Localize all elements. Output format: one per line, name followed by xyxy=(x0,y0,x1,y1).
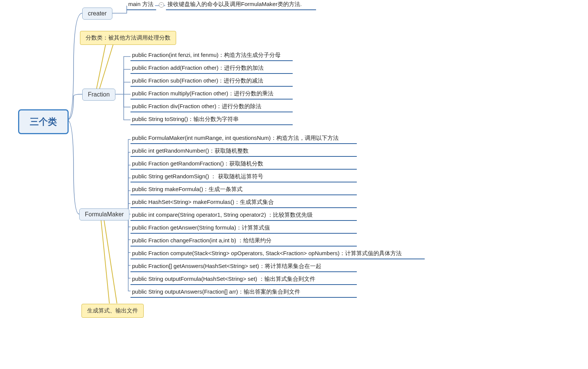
formulamaker-method[interactable]: public Fraction compute(Stack<String> op… xyxy=(130,249,425,259)
collapse-icon[interactable]: − xyxy=(159,2,164,8)
note-text: 生成算式、输出文件 xyxy=(87,307,138,314)
root-node[interactable]: 三个类 xyxy=(18,109,69,134)
formulamaker-method[interactable]: public String outputFormula(HashSet<Stri… xyxy=(130,275,357,285)
fraction-method[interactable]: public Fraction sub(Fraction other)：进行分数… xyxy=(130,77,293,87)
creater-main-desc[interactable]: 接收键盘输入的命令以及调用FormulaMaker类的方法. xyxy=(166,0,316,10)
class-label: creater xyxy=(88,10,107,17)
formulamaker-method[interactable]: public FormulaMaker(int numRange, int qu… xyxy=(130,134,357,144)
class-label: Fraction xyxy=(88,91,110,98)
formulamaker-method[interactable]: public String getRandomSign() ： 获取随机运算符号 xyxy=(130,172,357,182)
formulamaker-method[interactable]: public Fraction getAnswer(String formula… xyxy=(130,224,357,234)
formulamaker-method[interactable]: public Fraction changeFraction(int a,int… xyxy=(130,236,357,247)
root-label: 三个类 xyxy=(30,116,57,127)
class-label: FormulaMaker xyxy=(85,211,124,217)
class-node-formulamaker[interactable]: FormulaMaker xyxy=(79,208,129,220)
formulamaker-method[interactable]: public Fraction[] getAnswers(HashSet<Str… xyxy=(130,262,357,272)
formulamaker-method[interactable]: public String makeFormula()：生成一条算式 xyxy=(130,185,357,195)
note-text: 分数类：被其他方法调用处理分数 xyxy=(86,34,170,41)
formulamaker-method[interactable]: public int getRandomNumber()：获取随机整数 xyxy=(130,147,357,157)
creater-main-label[interactable]: main 方法 xyxy=(127,0,156,10)
fraction-method[interactable]: public Fraction add(Fraction other)：进行分数… xyxy=(130,64,293,74)
formulamaker-method[interactable]: public Fraction getRandomFraction()：获取随机… xyxy=(130,159,357,170)
formulamaker-method[interactable]: public HashSet<String> makeFormulas()：生成… xyxy=(130,198,357,208)
formulamaker-method[interactable]: public String outputAnswers(Fraction[] a… xyxy=(130,288,357,298)
fraction-method[interactable]: public Fraction multiply(Fraction other)… xyxy=(130,89,293,100)
note-fraction[interactable]: 分数类：被其他方法调用处理分数 xyxy=(80,31,176,45)
class-node-creater[interactable]: creater xyxy=(82,8,112,20)
formulamaker-method[interactable]: public int compare(String operator1, Str… xyxy=(130,211,357,221)
fraction-method[interactable]: public Fraction div(Fraction other)：进行分数… xyxy=(130,102,293,112)
fraction-method[interactable]: public String toString()：输出分数为字符串 xyxy=(130,115,293,125)
note-formulamaker[interactable]: 生成算式、输出文件 xyxy=(81,304,144,318)
class-node-fraction[interactable]: Fraction xyxy=(82,89,115,101)
fraction-method[interactable]: public Fraction(int fenzi, int fenmu)：构造… xyxy=(130,51,293,61)
